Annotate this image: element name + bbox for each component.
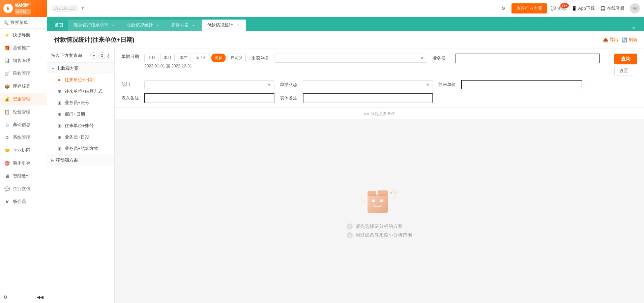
sidebar-item-purchase[interactable]: 🛒 采购管理 <box>0 67 47 80</box>
tab-fullscreen-icon[interactable]: ⛶ <box>637 25 641 31</box>
new-tab-close[interactable]: × <box>191 23 196 28</box>
body-note-input[interactable] <box>303 93 433 103</box>
tab-payment[interactable]: 付款情况统计 × <box>202 20 246 31</box>
scheme-add-button[interactable]: + <box>90 52 97 59</box>
topbar-right: 💬 消息 99+ 📱 App下载 🎧 在线客服 Rit <box>551 3 640 13</box>
hardware-icon: 🖥 <box>4 173 10 179</box>
sidebar-item-label: 库存核算 <box>13 83 30 89</box>
receipt-tab-close[interactable]: × <box>155 23 160 28</box>
scheme-item-label: 部门+日期 <box>65 111 85 117</box>
sidebar-item-label: 采购管理 <box>13 70 30 77</box>
tip-2-number: 2 <box>347 232 353 238</box>
sidebar-item-label: 基础信息 <box>13 122 30 128</box>
tab-controls: × ⛶ <box>632 25 641 31</box>
counterpart-input[interactable] <box>461 80 582 89</box>
counterpart-more-icon[interactable]: ··· <box>585 81 591 89</box>
sidebar-item-sales[interactable]: 📊 销售管理 <box>0 54 47 67</box>
date-this-year[interactable]: 本年 <box>177 54 191 62</box>
sidebar-item-label: 经营管理 <box>13 109 30 115</box>
address-dropdown-icon[interactable]: ▼ <box>81 6 85 11</box>
sidebar-item-hardware[interactable]: 🖥 智能硬件 <box>0 170 47 182</box>
scheme-item-counterpart-account[interactable]: ⊞ 往来单位+账号 <box>47 120 114 131</box>
purchase-icon: 🛒 <box>4 70 10 77</box>
sidebar-item-label: 系统管理 <box>13 134 30 141</box>
desktop-section-header[interactable]: ▼ 电脑端方案 <box>47 63 114 74</box>
message-button[interactable]: 💬 消息 99+ <box>551 5 566 11</box>
sidebar-item-cooperation[interactable]: 🤝 企业协同 <box>0 144 47 157</box>
date-this-month[interactable]: 本月 <box>160 54 175 62</box>
header-note-label: 表头备注 <box>121 95 142 101</box>
sidebar-item-inventory[interactable]: 📦 库存核算 <box>0 80 47 93</box>
scheme-panel-title: 按以下方案查询 <box>51 53 88 59</box>
sidebar-item-label: 畅会员 <box>13 199 26 205</box>
export-button[interactable]: 📤 导出 <box>603 37 618 43</box>
refresh-button[interactable]: 🔄 刷新 <box>622 37 637 43</box>
tab-close-all-icon[interactable]: × <box>632 25 635 31</box>
search-icon: 🔍 <box>3 20 9 25</box>
scheme-panel-header: 按以下方案查询 + ⚙ ❮ <box>47 49 114 63</box>
scheme-item-dept-date[interactable]: ⊞ 部门+日期 <box>47 109 114 120</box>
source-select[interactable]: ▼ <box>274 54 428 63</box>
staff-more-icon[interactable]: ··· <box>603 54 609 63</box>
date-range-display: 2022-01-01 至 2022-12-31 <box>144 63 246 69</box>
mobile-section-header[interactable]: ▶ 移动端方案 <box>47 154 114 166</box>
sidebar-item-weixin[interactable]: 💬 企业微信 <box>0 182 47 195</box>
search-menu[interactable]: 🔍 搜索菜单 <box>0 17 47 29</box>
bank-tab-close[interactable]: × <box>111 23 116 28</box>
dept-select[interactable]: ▼ <box>144 80 274 89</box>
payment-tab-label: 付款情况统计 <box>207 22 233 28</box>
sidebar-item-quick-nav[interactable]: ⚡ 快捷导航 <box>0 29 47 41</box>
sidebar-item-member[interactable]: V 畅会员 <box>0 195 47 208</box>
date-more[interactable]: 更多 <box>211 54 226 62</box>
date-last-month[interactable]: 上月 <box>144 54 158 62</box>
scheme-item-staff-account[interactable]: ⊞ 业务员+账号 <box>47 97 114 109</box>
scheme-panel: 按以下方案查询 + ⚙ ❮ ▼ 电脑端方案 ● 往来单位+日期 ⊞ <box>47 49 115 303</box>
address-text: 192.168.1.x <box>51 5 78 12</box>
cooperation-icon: 🤝 <box>4 147 10 153</box>
sidebar: 6 畅捷通行 标准版 🔍 搜索菜单 ⚡ 快捷导航 🎁 营销推广 📊 销售管理 🛒… <box>0 0 47 303</box>
tab-new[interactable]: 新建方案 × <box>166 20 202 31</box>
sidebar-item-operations[interactable]: 📋 经营管理 <box>0 105 47 118</box>
doc-status-select[interactable]: ▼ <box>303 80 433 89</box>
system-icon: ⚙ <box>4 134 10 141</box>
scheme-item-staff-settle[interactable]: ⊞ 业务员+结算方式 <box>47 143 114 154</box>
scheme-item-icon-5: ⊞ <box>57 123 62 128</box>
payment-tab-close[interactable]: × <box>235 23 241 28</box>
sidebar-item-finance[interactable]: 💰 资金管理 <box>0 93 47 105</box>
source-dropdown-icon: ▼ <box>420 56 424 61</box>
sidebar-item-marketing[interactable]: 🎁 营销推广 <box>0 41 47 54</box>
online-service-button[interactable]: 🎧 在线客服 <box>600 5 624 11</box>
staff-input[interactable] <box>456 54 600 63</box>
guide-icon: 🎯 <box>4 160 10 166</box>
tab-home[interactable]: 首页 <box>50 20 68 31</box>
sidebar-item-guide[interactable]: 🎯 新手引导 <box>0 157 47 170</box>
scheme-settings-button[interactable]: ⚙ <box>98 52 105 59</box>
date-custom[interactable]: 自定义 <box>228 54 246 62</box>
sidebar-item-system[interactable]: ⚙ 系统管理 <box>0 131 47 144</box>
collapse-conditions-button[interactable]: ∧∧ 收起更多条件 <box>115 108 644 119</box>
collapse-sidebar-icon[interactable]: ◀◀ <box>37 295 43 300</box>
tab-receipt[interactable]: 收款情况统计 × <box>121 20 166 31</box>
settings-icon[interactable]: ⚙ <box>3 295 7 300</box>
scheme-item-counterpart-date[interactable]: ● 往来单位+日期 <box>47 74 114 86</box>
sidebar-item-basics[interactable]: 🗂 基础信息 <box>0 118 47 131</box>
header-note-input[interactable] <box>144 93 274 103</box>
query-button[interactable]: 查询 <box>614 54 637 64</box>
date-last-7-days[interactable]: 近7天 <box>193 54 209 62</box>
scheme-item-counterpart-settle[interactable]: ⊞ 往来单位+结算方式 <box>47 86 114 97</box>
member-icon: V <box>4 199 10 205</box>
industry-button[interactable]: 体验行业方案 <box>511 3 547 13</box>
topbar-gear-button[interactable]: ⚙ <box>499 4 508 13</box>
bank-tab-label: 现金银行流水查询 <box>74 22 109 28</box>
tab-bank[interactable]: 现金银行流水查询 × <box>68 20 121 31</box>
message-icon: 💬 <box>551 6 556 11</box>
app-download-button[interactable]: 📱 App下载 <box>572 5 595 11</box>
filter-settings-button[interactable]: 设置 <box>614 66 633 76</box>
tip-1-number: 1 <box>347 223 353 230</box>
scheme-collapse-button[interactable]: ❮ <box>107 53 110 58</box>
scheme-item-staff-date[interactable]: ⊞ 业务员+日期 <box>47 131 114 143</box>
scheme-item-icon-7: ⊞ <box>57 146 62 151</box>
user-avatar[interactable]: Rit <box>630 3 640 13</box>
collapse-label: 收起更多条件 <box>371 111 395 117</box>
basics-icon: 🗂 <box>4 122 10 128</box>
